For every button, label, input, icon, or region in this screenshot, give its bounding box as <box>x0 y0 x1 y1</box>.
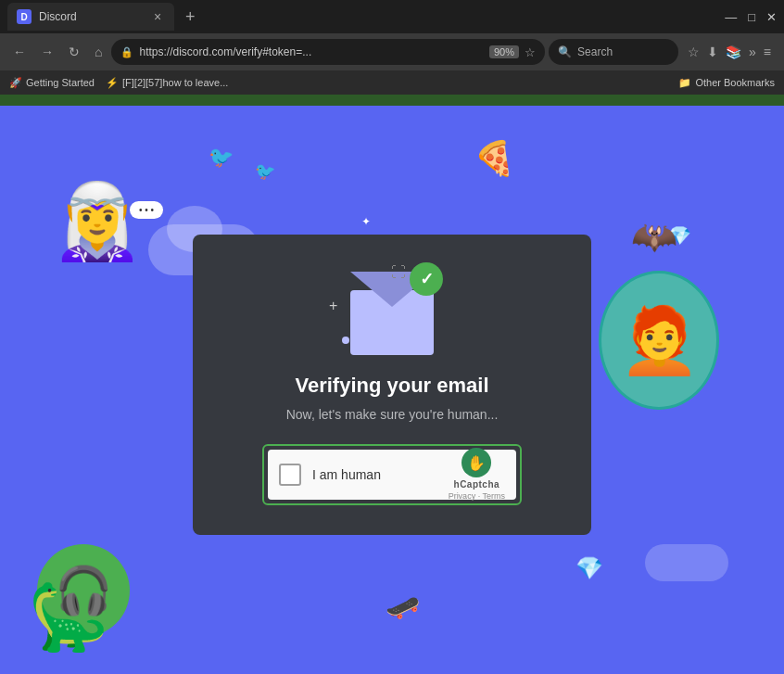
maximize-button[interactable]: □ <box>748 10 755 24</box>
browser-viewport: 🍕 💎 💎 ✦ 🐦 🐦 🧝‍♀️ • • • 🎧 🦕 🧑‍🦰 <box>0 95 784 674</box>
bookmark-label-0: Getting Started <box>26 77 95 88</box>
bookmark-label-1: [F][2][57]how to leave... <box>122 77 228 88</box>
downloads-icon[interactable]: ⬇ <box>707 45 718 59</box>
browser-chrome: D Discord × + — □ ✕ ← → ↻ ⌂ 🔒 https://di… <box>0 0 784 95</box>
search-bar[interactable]: 🔍 Search <box>549 39 678 65</box>
menu-icon[interactable]: ≡ <box>764 45 771 59</box>
captcha-wrapper: I am human ✋ hCaptcha Privacy · Terms <box>262 444 522 505</box>
icon-resize: ⛶ <box>391 264 406 281</box>
captcha-logo: ✋ <box>462 448 491 477</box>
envelope-dot-left <box>342 337 349 344</box>
captcha-brand: hCaptcha <box>454 479 500 490</box>
browser-tab[interactable]: D Discord × <box>7 3 174 31</box>
window-controls: — □ ✕ <box>725 10 777 24</box>
bookmark-icon-1: ⚡ <box>106 77 119 89</box>
envelope-check-icon: ✓ <box>410 262 443 296</box>
captcha-logo-icon: ✋ <box>467 454 486 472</box>
nav-bar: ← → ↻ ⌂ 🔒 https://discord.com/verify#tok… <box>0 33 784 70</box>
title-bar: D Discord × + — □ ✕ <box>0 0 784 33</box>
lock-icon: 🔒 <box>120 46 133 58</box>
extensions-icon[interactable]: » <box>749 45 756 59</box>
address-bar[interactable]: 🔒 https://discord.com/verify#token=... 9… <box>111 39 545 65</box>
modal-email-icon: ✓ + ⛶ <box>346 272 438 355</box>
close-window-button[interactable]: ✕ <box>766 10 777 24</box>
minimize-button[interactable]: — <box>725 10 737 24</box>
forward-button[interactable]: → <box>35 41 59 63</box>
tab-title: Discord <box>39 10 143 23</box>
captcha-terms-link[interactable]: Terms <box>483 491 506 501</box>
bookmark-star-icon[interactable]: ☆ <box>525 45 536 59</box>
bookmarks-bar: 🚀 Getting Started ⚡ [F][2][57]how to lea… <box>0 70 784 95</box>
library-icon[interactable]: 📚 <box>726 45 741 59</box>
tab-close-button[interactable]: × <box>150 9 165 24</box>
tab-favicon: D <box>17 9 32 24</box>
captcha-inner[interactable]: I am human ✋ hCaptcha Privacy · Terms <box>268 450 516 500</box>
captcha-checkbox[interactable] <box>279 464 301 486</box>
zoom-badge[interactable]: 90% <box>489 45 519 58</box>
back-button[interactable]: ← <box>7 41 32 63</box>
bookmark-icon-0: 🚀 <box>9 77 22 89</box>
home-button[interactable]: ⌂ <box>89 41 107 63</box>
other-bookmarks[interactable]: 📁 Other Bookmarks <box>678 77 775 89</box>
captcha-links: Privacy · Terms <box>449 491 505 501</box>
modal-title: Verifying your email <box>295 374 488 398</box>
modal-subtitle: Now, let's make sure you're human... <box>286 407 499 422</box>
toolbar-icons: ☆ ⬇ 📚 » ≡ <box>682 45 777 59</box>
bookmarks-icon[interactable]: ☆ <box>688 45 700 59</box>
bookmark-item-forum[interactable]: ⚡ [F][2][57]how to leave... <box>106 77 228 89</box>
icon-plus: + <box>329 298 337 314</box>
other-bookmarks-label: Other Bookmarks <box>695 77 775 88</box>
url-text: https://discord.com/verify#token=... <box>139 45 484 58</box>
refresh-button[interactable]: ↻ <box>63 41 85 63</box>
modal-overlay: ✓ + ⛶ Verifying your email Now, let's ma… <box>0 95 784 674</box>
verify-email-modal: ✓ + ⛶ Verifying your email Now, let's ma… <box>193 235 591 535</box>
search-text: Search <box>577 45 613 58</box>
search-icon: 🔍 <box>558 45 572 58</box>
captcha-label: I am human <box>312 467 437 482</box>
folder-icon: 📁 <box>678 77 691 89</box>
captcha-logo-area: ✋ hCaptcha Privacy · Terms <box>449 448 505 501</box>
bookmark-item-getting-started[interactable]: 🚀 Getting Started <box>9 77 95 89</box>
captcha-privacy-link[interactable]: Privacy <box>449 491 476 501</box>
new-tab-button[interactable]: + <box>180 7 201 27</box>
